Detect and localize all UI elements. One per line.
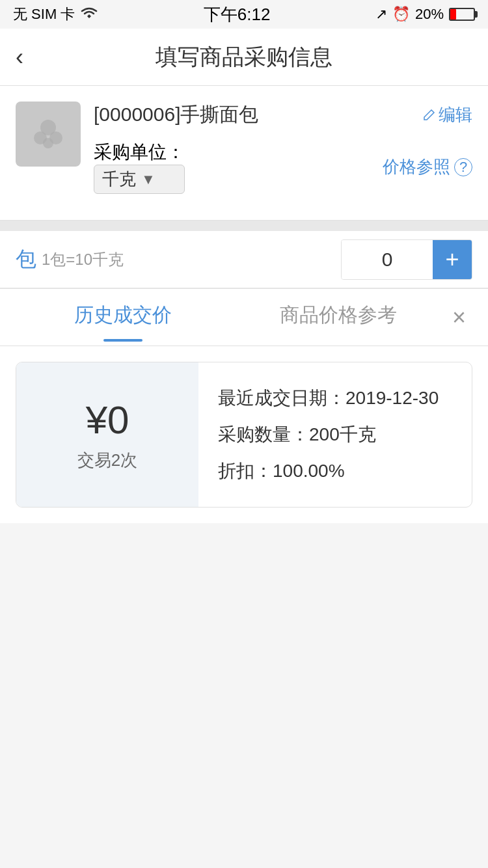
bag-unit-icon: 包 xyxy=(16,245,36,274)
product-id: [0000006] xyxy=(94,103,180,125)
tab-price-ref[interactable]: 商品价格参考 xyxy=(230,302,445,332)
carrier-text: 无 SIM 卡 xyxy=(13,5,75,24)
page-title: 填写商品采购信息 xyxy=(156,42,332,72)
quantity-plus-button[interactable]: + xyxy=(433,240,472,279)
edit-label: 编辑 xyxy=(439,103,472,126)
help-icon: ? xyxy=(454,158,472,176)
battery-percent: 20% xyxy=(415,6,444,23)
trade-count: 交易2次 xyxy=(77,449,137,472)
bottom-panel: 历史成交价 商品价格参考 × ¥0 交易2次 最近成交日期：2019-12-30… xyxy=(0,288,488,523)
unit-row: 采购单位： 千克 ▼ 价格参照 ? xyxy=(94,140,472,194)
battery-icon xyxy=(449,8,475,21)
tab-history-label: 历史成交价 xyxy=(74,304,172,325)
wifi-icon xyxy=(80,5,98,23)
discount-label: 折扣： xyxy=(218,461,273,481)
history-content: ¥0 交易2次 最近成交日期：2019-12-30 采购数量：200千克 折扣：… xyxy=(0,346,488,523)
product-thumbnail xyxy=(16,102,81,167)
quantity-row-detail: 采购数量：200千克 xyxy=(218,422,452,447)
price-value: ¥0 xyxy=(86,398,129,442)
nav-bar: ‹ 填写商品采购信息 xyxy=(0,29,488,86)
alarm-icon: ⏰ xyxy=(392,6,410,23)
svg-point-3 xyxy=(43,138,53,148)
location-icon: ↗ xyxy=(375,6,387,23)
recent-date-value: 2019-12-30 xyxy=(346,388,439,408)
status-right: ↗ ⏰ 20% xyxy=(375,6,475,23)
price-side: ¥0 交易2次 xyxy=(16,362,198,507)
unit-select[interactable]: 千克 ▼ xyxy=(94,165,185,194)
panel-close-button[interactable]: × xyxy=(446,304,472,331)
quantity-control: + xyxy=(341,239,472,280)
detail-side: 最近成交日期：2019-12-30 采购数量：200千克 折扣：100.00% xyxy=(198,362,472,507)
tab-price-ref-label: 商品价格参考 xyxy=(280,304,397,325)
product-title: 手撕面包 xyxy=(180,103,258,125)
product-name: [0000006]手撕面包 xyxy=(94,102,258,128)
price-ref-button[interactable]: 价格参照 ? xyxy=(383,156,472,178)
section-divider xyxy=(0,221,488,231)
price-ref-label: 价格参照 xyxy=(383,156,450,178)
quantity-input[interactable] xyxy=(342,240,433,279)
discount-value: 100.00% xyxy=(273,461,345,481)
recent-date-row: 最近成交日期：2019-12-30 xyxy=(218,386,452,411)
tab-history[interactable]: 历史成交价 xyxy=(16,302,230,332)
product-header: [0000006]手撕面包 编辑 采购单位： 千克 ▼ xyxy=(16,102,472,194)
product-section: [0000006]手撕面包 编辑 采购单位： 千克 ▼ xyxy=(0,86,488,221)
unit-label-area: 采购单位： 千克 ▼ xyxy=(94,140,185,194)
edit-button[interactable]: 编辑 xyxy=(422,103,472,126)
quantity-detail-value: 200千克 xyxy=(309,424,376,444)
quantity-detail-label: 采购数量： xyxy=(218,424,309,444)
unit-label-text: 采购单位： xyxy=(94,142,185,162)
chevron-down-icon: ▼ xyxy=(141,171,156,188)
status-left: 无 SIM 卡 xyxy=(13,5,98,24)
quantity-row: 包 1包=10千克 + xyxy=(0,231,488,288)
tab-bar: 历史成交价 商品价格参考 × xyxy=(0,289,488,346)
discount-row: 折扣：100.00% xyxy=(218,459,452,483)
history-card: ¥0 交易2次 最近成交日期：2019-12-30 采购数量：200千克 折扣：… xyxy=(16,362,472,508)
bag-conversion-text: 1包=10千克 xyxy=(42,249,124,270)
back-button[interactable]: ‹ xyxy=(16,44,23,71)
status-bar: 无 SIM 卡 下午6:12 ↗ ⏰ 20% xyxy=(0,0,488,29)
unit-value: 千克 xyxy=(102,168,136,191)
product-info: [0000006]手撕面包 编辑 采购单位： 千克 ▼ xyxy=(94,102,472,194)
product-name-row: [0000006]手撕面包 编辑 xyxy=(94,102,472,128)
recent-date-label: 最近成交日期： xyxy=(218,388,346,408)
status-time: 下午6:12 xyxy=(204,3,271,26)
bag-label: 包 1包=10千克 xyxy=(16,245,124,274)
